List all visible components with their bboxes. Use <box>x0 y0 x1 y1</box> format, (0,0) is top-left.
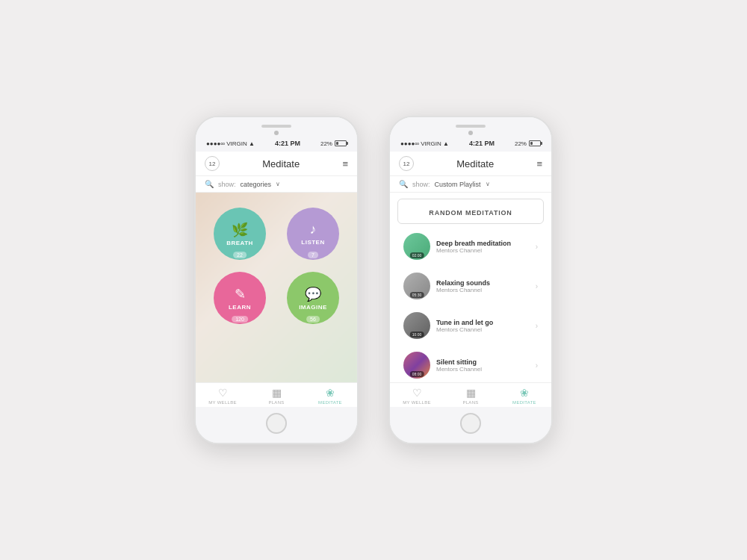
categories-grid: 🌿 BREATH 22 ♪ LISTEN 7 <box>196 193 357 339</box>
battery-icon-2 <box>529 140 541 146</box>
info-deep: Deep breath meditation Mentors Channel <box>430 240 536 254</box>
circle-learn[interactable]: ✎ LEARN 120 <box>214 272 266 324</box>
category-imagine[interactable]: 💬 IMAGINE 56 <box>282 272 344 324</box>
playlist-list: 02:00 Deep breath meditation Mentors Cha… <box>390 228 551 382</box>
thumb-silent: 08:00 <box>403 352 430 379</box>
phone-playlist: ●●●●∞ VIRGIN ▲ 4:21 PM 22% 12 Meditate ≡… <box>388 116 553 444</box>
menu-icon-1[interactable]: ≡ <box>342 158 348 169</box>
playlist-item-tune[interactable]: 10:00 Tune in and let go Mentors Channel… <box>397 308 544 343</box>
time-tune: 10:00 <box>410 332 424 337</box>
battery-1: 22% <box>320 140 347 147</box>
time-relax: 05:30 <box>410 292 424 298</box>
sub-tune: Mentors Channel <box>436 326 530 333</box>
meditate-icon-2: ❀ <box>520 387 529 399</box>
circle-imagine[interactable]: 💬 IMAGINE 56 <box>287 272 339 324</box>
nav-meditate-2[interactable]: ❀ MEDITATE <box>498 387 551 405</box>
screen-2: 12 Meditate ≡ 🔍 show: Custom Playlist ∨ … <box>390 152 551 407</box>
circle-breath[interactable]: 🌿 BREATH 22 <box>214 208 266 260</box>
home-button-2[interactable] <box>460 413 481 434</box>
phone-bottom-2 <box>390 407 551 443</box>
plans-icon-1: ▦ <box>272 387 282 399</box>
category-learn[interactable]: ✎ LEARN 120 <box>209 272 270 324</box>
chevron-relax: › <box>536 282 538 290</box>
search-bar-1[interactable]: 🔍 show: categories ∨ <box>196 176 357 193</box>
meditate-label-1: MEDITATE <box>318 400 342 405</box>
imagine-label: IMAGINE <box>299 304 327 311</box>
menu-icon-2[interactable]: ≡ <box>536 158 542 169</box>
chevron-1[interactable]: ∨ <box>276 181 280 187</box>
phone-bottom-1 <box>196 407 357 443</box>
bottom-nav-2: ♡ MY WELLBE ▦ PLANS ❀ MEDITATE <box>390 382 551 407</box>
nav-plans-2[interactable]: ▦ PLANS <box>444 387 498 405</box>
nav-wellbe-1[interactable]: ♡ MY WELLBE <box>196 387 249 405</box>
status-bar-2: ●●●●∞ VIRGIN ▲ 4:21 PM 22% <box>390 138 551 149</box>
random-header: RANDOM MEDITATION <box>397 199 544 224</box>
home-button-1[interactable] <box>266 413 287 434</box>
camera-1 <box>274 131 279 135</box>
breath-label: BREATH <box>226 240 253 246</box>
chevron-silent: › <box>536 361 538 370</box>
time-deep: 02:00 <box>410 252 424 258</box>
search-icon-2[interactable]: 🔍 <box>399 180 408 188</box>
bottom-nav-1: ♡ MY WELLBE ▦ PLANS ❀ MEDITATE <box>196 382 357 407</box>
circle-listen[interactable]: ♪ LISTEN 7 <box>287 208 339 260</box>
nav-wellbe-2[interactable]: ♡ MY WELLBE <box>390 387 444 405</box>
plans-label-2: PLANS <box>462 400 478 405</box>
meditate-icon-1: ❀ <box>326 387 335 399</box>
chevron-tune: › <box>536 322 538 330</box>
speaker-1 <box>261 125 291 128</box>
wellbe-icon-2: ♡ <box>412 387 422 399</box>
phones-container: ●●●●∞ VIRGIN ▲ 4:21 PM 22% 12 Meditate ≡… <box>194 116 553 444</box>
battery-icon-1 <box>335 140 347 146</box>
sub-deep: Mentors Channel <box>436 247 530 254</box>
title-tune: Tune in and let go <box>436 319 530 326</box>
phone-top-1: ●●●●∞ VIRGIN ▲ 4:21 PM 22% <box>196 117 357 152</box>
status-bar-1: ●●●●∞ VIRGIN ▲ 4:21 PM 22% <box>196 138 357 149</box>
thumb-relax: 05:30 <box>403 273 430 299</box>
time-1: 4:21 PM <box>275 140 300 147</box>
wellbe-icon-1: ♡ <box>218 387 228 399</box>
info-relax: Relaxing sounds Mentors Channel <box>430 279 536 293</box>
time-2: 4:21 PM <box>469 140 495 147</box>
show-value-2[interactable]: Custom Playlist <box>435 181 481 188</box>
category-breath[interactable]: 🌿 BREATH 22 <box>209 208 270 260</box>
carrier-2: ●●●●∞ VIRGIN ▲ <box>400 140 449 147</box>
battery-2: 22% <box>515 140 541 147</box>
plans-icon-2: ▦ <box>466 387 476 399</box>
category-listen[interactable]: ♪ LISTEN 7 <box>282 208 344 260</box>
speaker-2 <box>456 125 486 128</box>
breath-badge: 22 <box>233 252 247 258</box>
listen-label: LISTEN <box>301 239 324 246</box>
title-relax: Relaxing sounds <box>436 279 530 287</box>
carrier-1: ●●●●∞ VIRGIN ▲ <box>206 140 255 147</box>
search-bar-2[interactable]: 🔍 show: Custom Playlist ∨ <box>390 176 551 193</box>
app-header-1: 12 Meditate ≡ <box>196 152 357 176</box>
learn-label: LEARN <box>229 304 251 311</box>
plans-label-1: PLANS <box>268 400 284 405</box>
thumb-deep: 02:00 <box>403 233 430 260</box>
title-silent: Silent sitting <box>436 358 530 366</box>
learn-icon: ✎ <box>235 286 246 302</box>
playlist-item-silent[interactable]: 08:00 Silent sitting Mentors Channel › <box>397 347 544 382</box>
wellbe-label-2: MY WELLBE <box>403 400 431 405</box>
chevron-2[interactable]: ∨ <box>486 181 490 187</box>
breath-icon: 🌿 <box>232 222 248 238</box>
playlist-item-relax[interactable]: 05:30 Relaxing sounds Mentors Channel › <box>397 268 544 304</box>
show-label-2: show: <box>412 181 430 188</box>
sub-relax: Mentors Channel <box>436 287 530 293</box>
time-silent: 08:00 <box>410 371 424 377</box>
nav-plans-1[interactable]: ▦ PLANS <box>249 387 303 405</box>
screen-1: 12 Meditate ≡ 🔍 show: categories ∨ 🌿 BRE… <box>196 152 357 407</box>
thumb-tune: 10:00 <box>403 312 430 339</box>
show-value-1[interactable]: categories <box>241 181 272 188</box>
phone-top-2: ●●●●∞ VIRGIN ▲ 4:21 PM 22% <box>390 117 551 152</box>
imagine-badge: 56 <box>306 316 320 323</box>
badge-2: 12 <box>399 156 414 171</box>
search-icon-1[interactable]: 🔍 <box>205 180 214 188</box>
title-2: Meditate <box>456 158 494 169</box>
listen-icon: ♪ <box>310 222 317 237</box>
nav-meditate-1[interactable]: ❀ MEDITATE <box>303 387 357 405</box>
wellbe-label-1: MY WELLBE <box>208 400 237 405</box>
imagine-icon: 💬 <box>305 286 321 302</box>
playlist-item-deep[interactable]: 02:00 Deep breath meditation Mentors Cha… <box>397 228 544 264</box>
